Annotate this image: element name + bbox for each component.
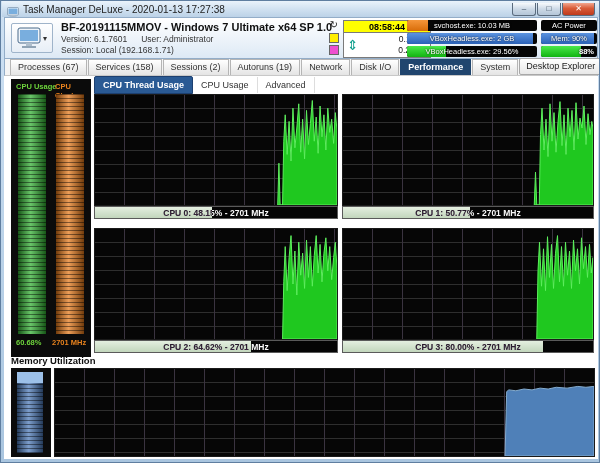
memory-gauge-panel (11, 368, 51, 457)
cpu-gauge-panel: CPU Usage CPU Clock 60.68% 2701 MHz (11, 79, 91, 357)
tab-system[interactable]: System (472, 59, 518, 75)
cpu1-usage-text: CPU 1: 50.77% - 2701 MHz (343, 207, 593, 218)
app-icon (7, 4, 19, 15)
cpu-usage-gauge-value: 60.68% (16, 338, 41, 347)
cpu1-usage-caption: CPU 1: 50.77% - 2701 MHz (342, 206, 594, 219)
top-process-list: svchost.exe: 10.03 MB VBoxHeadless.exe: … (407, 20, 537, 59)
cpu2-history-graph (94, 228, 338, 340)
memory-section-title: Memory Utilization (11, 355, 95, 366)
host-title: BF-20191115MMOV - Windows 7 Ultimate x64… (61, 20, 332, 34)
process-memory-label: svchost.exe: 10.03 MB (407, 20, 537, 31)
cpu-usage-gauge-bar (18, 94, 46, 334)
host-info: BF-20191115MMOV - Windows 7 Ultimate x64… (61, 20, 332, 56)
magenta-swatch-icon (329, 45, 339, 55)
power-source-label: AC Power (541, 20, 597, 31)
refresh-icon[interactable]: ↻ (327, 19, 341, 31)
window-controls: – □ ✕ (511, 3, 595, 16)
memory-gauge-bar (17, 372, 43, 453)
tab-disk-io[interactable]: Disk I/O (351, 59, 399, 75)
process-virtual-label: VBoxHeadless.exe: 2 GB (407, 33, 537, 44)
desktop-explorer-button[interactable]: Desktop Explorer (519, 58, 600, 75)
network-updown-icon: ⇕ (347, 37, 359, 53)
memory-usage-label: Mem: 90% (541, 33, 597, 44)
top-memory-process-row: svchost.exe: 10.03 MB (407, 20, 537, 31)
info-header: ▾ BF-20191115MMOV - Windows 7 Ultimate x… (4, 17, 598, 59)
computer-icon (17, 27, 41, 49)
minimize-button[interactable]: – (512, 3, 536, 16)
tab-services[interactable]: Services (158) (88, 59, 162, 75)
app-window: Task Manager DeLuxe - 2020-01-13 17:27:3… (0, 0, 600, 463)
cpu3-usage-text: CPU 3: 80.00% - 2701 MHz (343, 341, 593, 352)
subtab-advanced[interactable]: Advanced (258, 77, 315, 93)
tab-network[interactable]: Network (301, 59, 350, 75)
maximize-button[interactable]: □ (537, 3, 561, 16)
cpu2-usage-caption: CPU 2: 64.62% - 2701 MHz (94, 340, 338, 353)
user-label: User: Administrator (141, 34, 213, 44)
chevron-down-icon[interactable]: ▾ (43, 34, 47, 43)
main-tab-bar: Processes (67) Services (158) Sessions (… (4, 59, 598, 76)
performance-panel: CPU Usage CPU Clock 60.68% 2701 MHz CPU … (4, 76, 598, 459)
battery-label: 88% (541, 46, 597, 57)
power-status-panel: AC Power Mem: 90% 88% (541, 20, 597, 59)
process-cpu-label: VBoxHeadless.exe: 29.56% (407, 46, 537, 57)
top-virtual-process-row: VBoxHeadless.exe: 2 GB (407, 33, 537, 44)
cpu3-history-graph (342, 228, 594, 340)
tab-sessions[interactable]: Sessions (2) (163, 59, 229, 75)
cpu2-usage-text: CPU 2: 64.62% - 2701 MHz (95, 341, 337, 352)
cpu-usage-gauge-title: CPU Usage (16, 82, 56, 91)
session-label: Session: Local (192.168.1.71) (61, 45, 332, 56)
close-button[interactable]: ✕ (562, 3, 595, 16)
tab-performance[interactable]: Performance (400, 59, 471, 75)
cpu3-usage-caption: CPU 3: 80.00% - 2701 MHz (342, 340, 594, 353)
cpu0-usage-caption: CPU 0: 48.15% - 2701 MHz (94, 206, 338, 219)
yellow-swatch-icon (329, 33, 339, 43)
cpu-clock-gauge-bar (56, 94, 84, 334)
title-bar[interactable]: Task Manager DeLuxe - 2020-01-13 17:27:3… (2, 1, 599, 17)
cpu-clock-gauge-value: 2701 MHz (52, 338, 86, 347)
subtab-cpu-thread-usage[interactable]: CPU Thread Usage (94, 76, 193, 94)
tab-processes[interactable]: Processes (67) (10, 59, 87, 75)
tab-autoruns[interactable]: Autoruns (19) (230, 59, 301, 75)
battery-row: 88% (541, 46, 597, 57)
cpu0-history-graph (94, 94, 338, 206)
window-title: Task Manager DeLuxe - 2020-01-13 17:27:3… (23, 4, 225, 15)
memory-usage-row: Mem: 90% (541, 33, 597, 44)
memory-history-graph (54, 368, 595, 457)
version-label: Version: 6.1.7601 (61, 34, 127, 44)
status-icon-strip: ↻ (327, 19, 341, 55)
top-cpu-process-row: VBoxHeadless.exe: 29.56% (407, 46, 537, 57)
power-source-row: AC Power (541, 20, 597, 31)
computer-menu-button[interactable]: ▾ (11, 23, 53, 53)
performance-subtab-bar: CPU Thread Usage CPU Usage Advanced (94, 76, 315, 93)
cpu1-history-graph (342, 94, 594, 206)
subtab-cpu-usage[interactable]: CPU Usage (193, 77, 258, 93)
cpu0-usage-text: CPU 0: 48.15% - 2701 MHz (95, 207, 337, 218)
